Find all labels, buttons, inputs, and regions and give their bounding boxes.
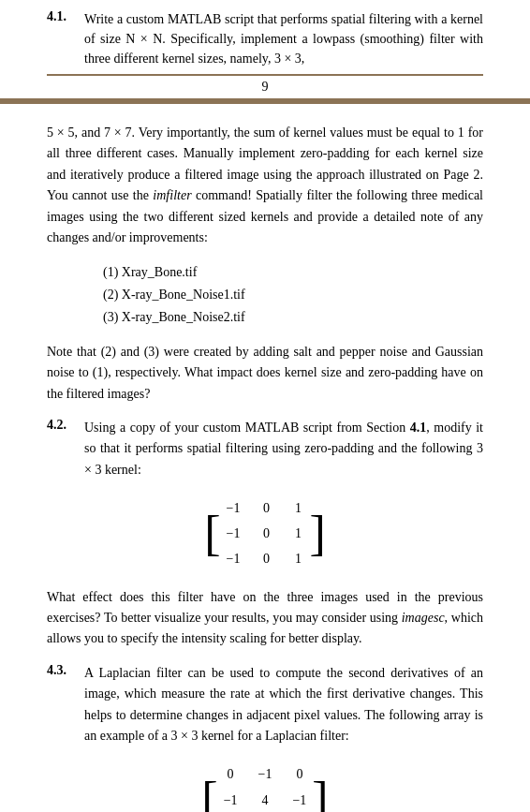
matrix-4-3-bracket-right: ] bbox=[312, 775, 328, 812]
matrix-4-3-r1c3: 0 bbox=[290, 761, 308, 787]
matrix-4-3: [ 0 −1 0 −1 4 −1 0 −1 0 ] bbox=[201, 761, 328, 812]
paragraph-3: What effect does this filter have on the… bbox=[47, 587, 483, 650]
section-4-2-number: 4.2. bbox=[47, 418, 84, 433]
page-container: 4.1. Write a custom MATLAB script that p… bbox=[0, 0, 530, 812]
list-item-2: (2) X-ray_Bone_Noise1.tif bbox=[103, 284, 483, 306]
matrix-4-2-r2c1: −1 bbox=[225, 521, 243, 546]
matrix-4-2-bracket-right: ] bbox=[309, 509, 325, 558]
matrix-4-3-r1c2: −1 bbox=[257, 761, 274, 787]
matrix-4-2-bracket-left: [ bbox=[204, 509, 220, 558]
section-4-1-header: 4.1. Write a custom MATLAB script that p… bbox=[47, 9, 483, 68]
matrix-4-2-r2c2: 0 bbox=[258, 521, 273, 546]
matrix-4-2-container: [ −1 0 1 −1 0 1 −1 0 1 ] bbox=[47, 495, 483, 572]
imfilter-text: imfilter bbox=[153, 188, 191, 202]
matrix-4-3-grid: 0 −1 0 −1 4 −1 0 −1 0 bbox=[222, 761, 309, 812]
section-4-1-number: 4.1. bbox=[47, 9, 84, 24]
matrix-4-2-r1c2: 0 bbox=[258, 495, 273, 521]
paragraph-2: Note that (2) and (3) were created by ad… bbox=[47, 342, 483, 405]
imagesc-text: imagesc bbox=[402, 611, 445, 625]
matrix-4-2-r2c3: 1 bbox=[290, 521, 305, 546]
section-4-1-text: Write a custom MATLAB script that perfor… bbox=[84, 9, 483, 68]
section-4-2-text: Using a copy of your custom MATLAB scrip… bbox=[84, 418, 483, 480]
list-item-1-text: (1) Xray_Bone.tif bbox=[103, 265, 197, 279]
paragraph-2-text: Note that (2) and (3) were created by ad… bbox=[47, 345, 483, 401]
image-list: (1) Xray_Bone.tif (2) X-ray_Bone_Noise1.… bbox=[103, 261, 483, 328]
matrix-4-3-r1c1: 0 bbox=[222, 761, 240, 787]
list-item-3-text: (3) X-ray_Bone_Noise2.tif bbox=[103, 310, 245, 324]
matrix-4-2-r3c2: 0 bbox=[258, 546, 273, 571]
matrix-4-3-r2c2: 4 bbox=[257, 788, 274, 812]
page-number: 9 bbox=[262, 80, 269, 94]
page-number-bar: 9 bbox=[47, 74, 483, 98]
list-item-3: (3) X-ray_Bone_Noise2.tif bbox=[103, 306, 483, 329]
matrix-4-2-r1c3: 1 bbox=[290, 495, 305, 521]
section-4-2-header: 4.2. Using a copy of your custom MATLAB … bbox=[47, 418, 483, 480]
section-4-3: 4.3. A Laplacian filter can be used to c… bbox=[47, 663, 483, 812]
matrix-4-3-r2c3: −1 bbox=[290, 788, 308, 812]
section-4-2: 4.2. Using a copy of your custom MATLAB … bbox=[47, 418, 483, 650]
matrix-4-2-r3c1: −1 bbox=[225, 546, 243, 571]
section-4-3-header: 4.3. A Laplacian filter can be used to c… bbox=[47, 663, 483, 747]
matrix-4-2-grid: −1 0 1 −1 0 1 −1 0 1 bbox=[225, 495, 306, 572]
top-section: 4.1. Write a custom MATLAB script that p… bbox=[0, 0, 530, 98]
matrix-4-3-container: [ 0 −1 0 −1 4 −1 0 −1 0 ] bbox=[47, 761, 483, 812]
section-4-3-number: 4.3. bbox=[47, 663, 84, 678]
matrix-4-2-r1c1: −1 bbox=[225, 495, 243, 521]
section-4-3-text: A Laplacian filter can be used to comput… bbox=[84, 663, 483, 747]
list-item-2-text: (2) X-ray_Bone_Noise1.tif bbox=[103, 288, 245, 302]
matrix-4-3-bracket-left: [ bbox=[201, 775, 217, 812]
list-item-1: (1) Xray_Bone.tif bbox=[103, 261, 483, 284]
section-4-2-ref-bold: 4.1 bbox=[410, 421, 427, 435]
paragraph-1: 5 × 5, and 7 × 7. Very importantly, the … bbox=[47, 123, 483, 248]
matrix-4-2: [ −1 0 1 −1 0 1 −1 0 1 ] bbox=[204, 495, 326, 572]
main-content: 5 × 5, and 7 × 7. Very importantly, the … bbox=[0, 104, 530, 812]
matrix-4-2-r3c3: 1 bbox=[290, 546, 305, 571]
matrix-4-3-r2c1: −1 bbox=[222, 788, 240, 812]
